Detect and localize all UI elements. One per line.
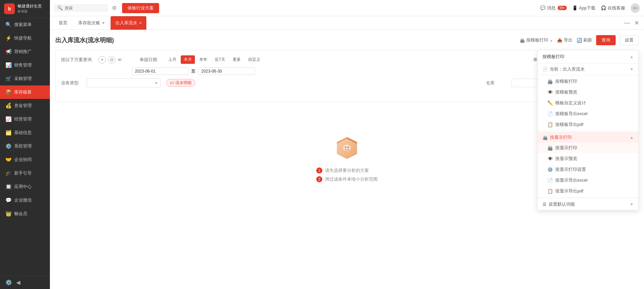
tab-minimize-btn[interactable]: — [623,19,631,27]
sidebar-item-quick-nav[interactable]: ⚡ 快捷导航 [0,31,50,45]
sidebar-item-operations[interactable]: 📈 经营管理 [0,112,50,126]
topbar-search-input[interactable] [65,6,98,10]
tab-flow[interactable]: 出入库流水 × [111,16,146,30]
dropdown-footer[interactable]: ☰ 设置默认功能 ▼ [538,198,638,210]
sidebar-item-label: 库存核算 [14,89,32,95]
date-btn-this-year[interactable]: 本年 [196,55,210,64]
logo-text: 畅捷通好生意 [18,4,42,9]
system-icon: ⚙️ [5,143,11,149]
tab-close-all-btn[interactable]: ✕ [634,19,640,27]
customize-template-icon: ✏️ [547,100,553,106]
sidebar-bottom: ⚙️ ◀ [0,275,50,289]
tab-flow-close[interactable]: × [139,21,142,25]
template-print-label: 按模板打印 [555,78,577,84]
dropdown-item-display-print[interactable]: 🖨️ 按显示打印 [538,142,638,153]
dropdown-item-display-export-pdf[interactable]: 📋 按显示导出pdf [538,186,638,196]
date-btn-prev-month[interactable]: 上月 [165,55,179,64]
dropdown-item-display-preview[interactable]: 👁️ 按显示预览 [538,153,638,164]
settings-btn[interactable]: 设置 [620,35,639,45]
sidebar-item-purchase[interactable]: 🛒 采购管理 [0,72,50,85]
empty-steps: 1 请先选择要分析的方案 2 用过滤条件来缩小分析范围 [316,167,378,185]
tab-flow-label: 出入库流水 [115,20,137,26]
app-download-btn[interactable]: 📱 App下载 [572,5,595,11]
sidebar-item-member[interactable]: 👑 畅会员 [0,207,50,220]
sidebar-item-sales[interactable]: 📊 销售管理 [0,58,50,72]
tab-batch-account-label: 库存批次账 [78,20,100,26]
sidebar-item-inventory[interactable]: 📦 库存核算 [0,85,50,99]
dropdown-item-template-export-excel[interactable]: 📄 按模板导出excel [538,108,638,119]
date-btn-this-month[interactable]: 本月 [181,55,195,64]
sidebar-item-marketing[interactable]: 📢 营销推广 [0,45,50,58]
add-filter-btn[interactable]: + [98,56,106,63]
collapse-sidebar-icon[interactable]: ◀ [16,279,20,286]
display-pdf-icon: 📋 [547,188,553,194]
biz-type-select[interactable] [87,78,161,87]
sidebar-item-label: 系统管理 [14,143,32,149]
purchase-icon: 🛒 [5,76,11,82]
divider-3 [538,197,638,198]
pdf-template-icon: 📋 [547,122,553,127]
filter-expand-btn[interactable]: ≪ [117,57,122,62]
display-preview-label: 按显示预览 [555,156,577,162]
topbar: 🔍 ⚙ 体验行业方案 💬 消息 99+ 📱 App下载 🎧 在线客服 Rit [50,0,644,16]
tab-home[interactable]: 首页 [54,16,72,30]
sidebar-item-label: 应用中心 [14,184,32,190]
sidebar-item-basic[interactable]: 🗂️ 基础信息 [0,126,50,139]
date-btn-more[interactable]: 更多 [230,55,244,64]
dropdown-item-display-print-settings[interactable]: ⚙️ 按显示打印设置 [538,164,638,175]
tab-home-label: 首页 [59,20,67,26]
dropdown-item-template-preview[interactable]: 👁️ 按模板预览 [538,87,638,98]
date-btn-7days[interactable]: 近7天 [212,55,228,64]
topbar-gear-icon[interactable]: ⚙ [112,5,117,11]
date-btn-custom[interactable]: 自定义 [245,55,263,64]
messages-btn[interactable]: 💬 消息 99+ [540,5,567,11]
export-btn[interactable]: 📤 导出 [557,37,573,43]
app-download-icon: 📱 [572,5,578,10]
date-to-input[interactable] [198,68,255,75]
sidebar-item-label: 新手引导 [14,170,32,176]
sidebar-item-search[interactable]: 🔍 搜索菜单 [0,18,50,31]
dropdown-item-template-customize[interactable]: ✏️ 模板自定义设计 [538,98,638,108]
sidebar-item-corp[interactable]: 🤝 企业协同 [0,153,50,166]
display-section-header[interactable]: 🖨️ 按显示打印 ▲ [538,132,638,142]
template-export-excel-label: 按模板导出excel [555,111,587,117]
refresh-icon: 🔄 [577,38,582,43]
refresh-btn[interactable]: 🔄 刷新 [577,37,592,43]
settings-bottom-icon[interactable]: ⚙️ [5,279,12,286]
dropdown-header: 按模板打印 ▲ [538,50,638,63]
quick-nav-icon: ⚡ [5,35,11,41]
filter-add-btns: + ⊙ ≪ [98,56,122,63]
query-btn[interactable]: 查询 [596,35,616,45]
display-print-settings-label: 按显示打印设置 [555,166,586,173]
sidebar-item-wechat[interactable]: 💬 企业微信 [0,193,50,207]
print-btn[interactable]: 🖨️ 按模板打印 ▲ [520,37,553,43]
empty-step-1: 1 请先选择要分析的方案 [316,167,378,174]
filter-settings-btn[interactable]: ⊙ [108,56,115,63]
title-actions: 🖨️ 按模板打印 ▲ 📤 导出 🔄 刷新 查询 设置 [520,35,639,45]
display-print-icon: 🖨️ [547,145,553,151]
sidebar-item-finance[interactable]: 💰 资金管理 [0,99,50,112]
dropdown-item-display-export-excel[interactable]: 📄 按显示导出excel [538,175,638,186]
date-from-input[interactable] [132,68,188,75]
biz-type-label: 业务类型 [61,80,81,86]
current-section[interactable]: 📄 当前：出入库流水 ▼ [538,63,638,74]
sidebar-item-guide[interactable]: 🎓 新手引导 [0,166,50,180]
online-service-btn[interactable]: 🎧 在线客服 [601,5,625,11]
dropdown-item-template-export-pdf[interactable]: 📋 按模板导出pdf [538,119,638,130]
user-name: Rit [633,6,637,10]
flow-tag: 🏷 流水明细 [166,79,195,87]
operations-icon: 📈 [5,116,11,122]
template-customize-label: 模板自定义设计 [555,100,586,106]
trial-btn[interactable]: 体验行业方案 [122,3,159,13]
corp-icon: 🤝 [5,157,11,163]
sidebar-item-apps[interactable]: 🔲 应用中心 [0,180,50,193]
sidebar-item-system[interactable]: ⚙️ 系统管理 [0,139,50,153]
online-service-label: 在线客服 [608,5,625,11]
dropdown-item-template-print[interactable]: 🖨️ 按模板打印 [538,76,638,87]
step-num-2: 2 [316,176,322,182]
tab-batch-account-close[interactable]: × [102,21,105,25]
empty-step-2: 2 用过滤条件来缩小分析范围 [316,176,378,182]
print-label: 按模板打印 [526,37,548,43]
tab-batch-account[interactable]: 库存批次账 × [74,16,109,30]
user-avatar[interactable]: Rit [631,3,640,13]
